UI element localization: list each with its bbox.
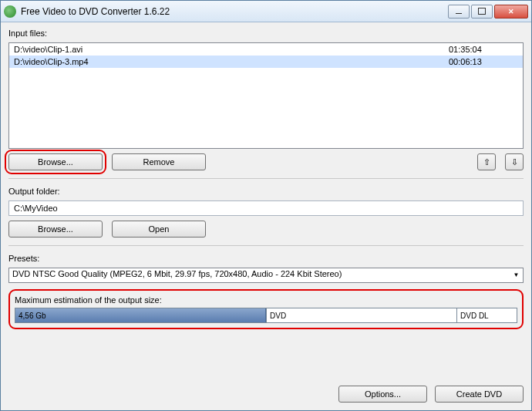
arrow-down-icon [511, 157, 518, 167]
output-button-row: Browse... Open [8, 221, 524, 238]
presets-label: Presets: [8, 254, 524, 263]
create-dvd-button[interactable]: Create DVD [435, 386, 524, 403]
close-button[interactable] [494, 5, 528, 19]
remove-button[interactable]: Remove [112, 153, 206, 170]
output-size-bar: 4,56 Gb DVD DVD DL [15, 308, 517, 323]
file-row[interactable]: D:\video\Clip-3.mp4 00:06:13 [9, 56, 523, 68]
browse-input-button[interactable]: Browse... [8, 153, 103, 170]
divider [8, 245, 524, 246]
browse-highlight: Browse... [5, 150, 106, 174]
file-duration: 01:35:04 [449, 45, 518, 54]
file-path: D:\video\Clip-3.mp4 [14, 57, 449, 66]
open-output-button[interactable]: Open [112, 221, 206, 238]
size-fill: 4,56 Gb [15, 308, 266, 322]
app-icon [4, 5, 16, 18]
options-button[interactable]: Options... [338, 386, 427, 403]
browse-output-button[interactable]: Browse... [8, 221, 103, 238]
size-mark-dvd: DVD [266, 308, 456, 322]
chevron-down-icon: ▼ [510, 269, 522, 281]
move-down-button[interactable] [505, 153, 524, 170]
app-window: Free Video to DVD Converter 1.6.22 Input… [0, 0, 532, 411]
output-size-section: Maximum estimation of the output size: 4… [8, 289, 524, 329]
output-folder-label: Output folder: [8, 187, 524, 196]
minimize-button[interactable] [448, 5, 470, 19]
move-up-button[interactable] [477, 153, 496, 170]
file-duration: 00:06:13 [449, 57, 518, 66]
content-area: Input files: D:\video\Clip-1.avi 01:35:0… [1, 22, 531, 378]
file-row[interactable]: D:\video\Clip-1.avi 01:35:04 [9, 43, 523, 56]
file-path: D:\video\Clip-1.avi [14, 45, 449, 54]
preset-dropdown[interactable]: DVD NTSC Good Quality (MPEG2, 6 Mbit, 29… [8, 268, 524, 283]
output-folder-field[interactable]: C:\MyVideo [8, 200, 524, 216]
divider [8, 178, 524, 179]
size-value: 4,56 Gb [19, 312, 46, 320]
window-title: Free Video to DVD Converter 1.6.22 [21, 6, 448, 17]
footer: Options... Create DVD [1, 378, 531, 410]
maximize-button[interactable] [471, 5, 493, 19]
input-files-label: Input files: [8, 29, 524, 38]
preset-selected: DVD NTSC Good Quality (MPEG2, 6 Mbit, 29… [8, 268, 524, 283]
input-button-row: Browse... Remove [8, 153, 524, 170]
size-mark-dvddl: DVD DL [456, 308, 517, 322]
arrow-up-icon [483, 157, 490, 167]
output-size-label: Maximum estimation of the output size: [15, 295, 517, 305]
input-file-list[interactable]: D:\video\Clip-1.avi 01:35:04 D:\video\Cl… [8, 42, 524, 149]
window-buttons [448, 5, 528, 19]
titlebar: Free Video to DVD Converter 1.6.22 [1, 1, 531, 22]
